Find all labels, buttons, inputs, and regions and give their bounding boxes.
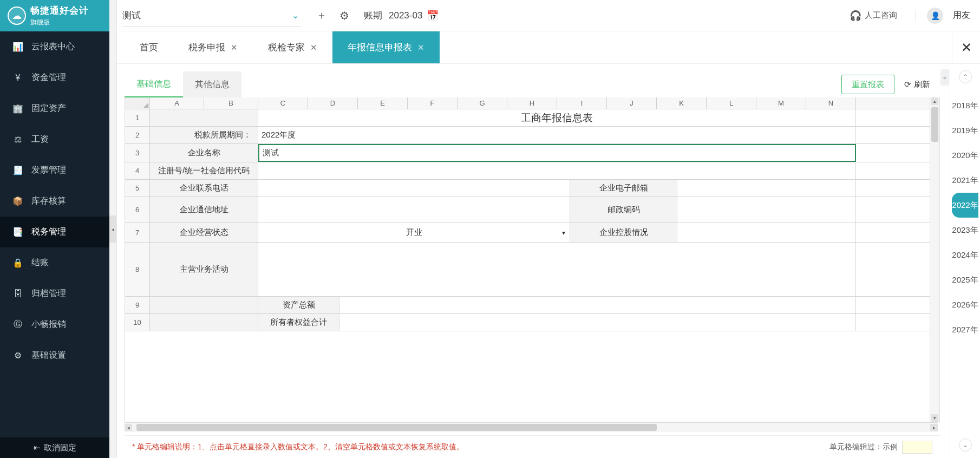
close-icon: ✕ [961, 40, 972, 55]
cell[interactable]: 2022年度 [258, 127, 856, 143]
col-header[interactable]: M [756, 97, 806, 109]
col-header[interactable]: A [150, 97, 204, 109]
tab[interactable]: 税检专家✕ [253, 31, 332, 63]
nav-item-chart[interactable]: 📊云报表中心 [0, 31, 109, 62]
chevron-up-icon: ⌃ [963, 73, 968, 81]
cell[interactable] [339, 314, 856, 331]
cell[interactable] [258, 197, 570, 223]
cell[interactable] [150, 109, 258, 126]
scroll-thumb[interactable] [136, 424, 657, 431]
cell[interactable] [339, 297, 856, 313]
nav-item-money[interactable]: ¥资金管理 [0, 62, 109, 93]
nav-item-receipt[interactable]: 🧾发票管理 [0, 155, 109, 186]
row-header[interactable]: 2 [125, 127, 150, 143]
consult-button[interactable]: 🎧 人工咨询 [850, 10, 897, 22]
panel-collapse-handle[interactable]: « [940, 64, 950, 458]
close-all-tabs[interactable]: ✕ [952, 31, 980, 64]
row-header[interactable]: 8 [125, 243, 150, 296]
row-header[interactable]: 10 [125, 314, 150, 331]
row-header[interactable]: 5 [125, 180, 150, 197]
company-name-cell[interactable]: 测试 [258, 144, 856, 162]
col-header[interactable]: K [657, 97, 707, 109]
nav-item-tax[interactable]: 📑税务管理 [0, 217, 109, 247]
row-header[interactable]: 6 [125, 197, 150, 223]
box-icon: 📦 [12, 195, 24, 207]
settings-button[interactable]: ⚙ [336, 7, 353, 24]
col-header[interactable]: D [308, 97, 358, 109]
tab[interactable]: 年报信息申报表✕ [332, 31, 440, 63]
nav-item-box[interactable]: 📦库存核算 [0, 186, 109, 217]
cell[interactable] [258, 180, 570, 197]
cell: 企业控股情况 [570, 223, 677, 242]
row-header[interactable]: 9 [125, 297, 150, 313]
cell [150, 297, 258, 313]
chevron-down-icon: ▾ [562, 229, 565, 237]
status-dropdown[interactable]: 开业▾ [258, 223, 570, 242]
tab[interactable]: 税务申报✕ [173, 31, 253, 63]
close-icon[interactable]: ✕ [231, 43, 238, 53]
nav-item-building[interactable]: 🏢固定资产 [0, 93, 109, 124]
col-header[interactable]: C [258, 97, 308, 109]
year-item[interactable]: 2020年 [952, 143, 978, 168]
more-years-button[interactable]: ⌄ [959, 439, 972, 452]
col-header[interactable]: H [507, 97, 557, 109]
avatar[interactable]: 👤 [927, 8, 943, 24]
scroll-thumb[interactable] [931, 107, 938, 142]
collapse-years-button[interactable]: ⌃ [959, 70, 972, 83]
nav-item-expense[interactable]: Ⓖ小畅报销 [0, 309, 109, 340]
cell: 主营业务活动 [150, 243, 258, 296]
nav-item-settings[interactable]: ⚙基础设置 [0, 340, 109, 371]
row-header[interactable]: 4 [125, 162, 150, 179]
cell[interactable] [677, 180, 856, 197]
cell[interactable] [258, 243, 856, 296]
building-icon: 🏢 [12, 103, 24, 115]
example-swatch [902, 441, 932, 454]
year-item[interactable]: 2023年 [952, 218, 978, 243]
nav-label: 结账 [31, 257, 49, 269]
horizontal-scrollbar[interactable]: ◂ ▸ [125, 422, 938, 432]
cell[interactable] [258, 162, 856, 179]
col-header[interactable]: J [607, 97, 657, 109]
row-header[interactable]: 7 [125, 223, 150, 242]
refresh-button[interactable]: ⟳ 刷新 [904, 80, 930, 90]
year-item[interactable]: 2018年 [952, 93, 978, 118]
select-all-corner[interactable] [125, 97, 150, 109]
row-header[interactable]: 3 [125, 144, 150, 162]
year-item[interactable]: 2022年 [952, 193, 978, 218]
subtab-bar: 基础信息其他信息 重置报表 ⟳ 刷新 [125, 71, 940, 97]
subtab[interactable]: 基础信息 [125, 71, 183, 97]
col-header[interactable]: L [707, 97, 756, 109]
col-header[interactable]: I [557, 97, 607, 109]
year-item[interactable]: 2021年 [952, 168, 978, 193]
sidebar-collapse-rail[interactable]: ◂ [109, 0, 117, 458]
reset-report-button[interactable]: 重置报表 [841, 75, 894, 94]
col-header[interactable]: N [806, 97, 856, 109]
unpin-button[interactable]: ⇤ 取消固定 [0, 437, 109, 458]
nav-item-scale[interactable]: ⚖工资 [0, 124, 109, 155]
col-header[interactable]: G [458, 97, 507, 109]
year-item[interactable]: 2019年 [952, 118, 978, 143]
period-selector[interactable]: 账期 2023-03 📅 [364, 9, 439, 22]
col-header[interactable]: E [358, 97, 408, 109]
col-header[interactable]: F [408, 97, 458, 109]
year-item[interactable]: 2024年 [952, 243, 978, 267]
arrow-left-icon: ⇤ [34, 443, 41, 453]
cell[interactable] [677, 197, 856, 223]
close-icon[interactable]: ✕ [310, 43, 317, 53]
company-selector[interactable]: 测试 ⌄ [122, 4, 301, 27]
year-item[interactable]: 2025年 [952, 267, 978, 292]
gear-icon: ⚙ [339, 9, 349, 22]
row-header[interactable]: 1 [125, 109, 150, 126]
add-button[interactable]: ＋ [313, 7, 330, 24]
nav-item-lock[interactable]: 🔒结账 [0, 247, 109, 278]
year-item[interactable]: 2027年 [952, 317, 978, 342]
calendar-icon: 📅 [427, 10, 439, 22]
vertical-scrollbar[interactable]: ▴ ▾ [930, 97, 939, 422]
nav-item-archive[interactable]: 🗄归档管理 [0, 278, 109, 309]
col-header[interactable]: B [204, 97, 258, 109]
subtab[interactable]: 其他信息 [183, 71, 241, 97]
close-icon[interactable]: ✕ [417, 43, 424, 53]
cell[interactable] [677, 223, 856, 242]
tab[interactable]: 首页 [125, 31, 173, 63]
year-item[interactable]: 2026年 [952, 292, 978, 317]
